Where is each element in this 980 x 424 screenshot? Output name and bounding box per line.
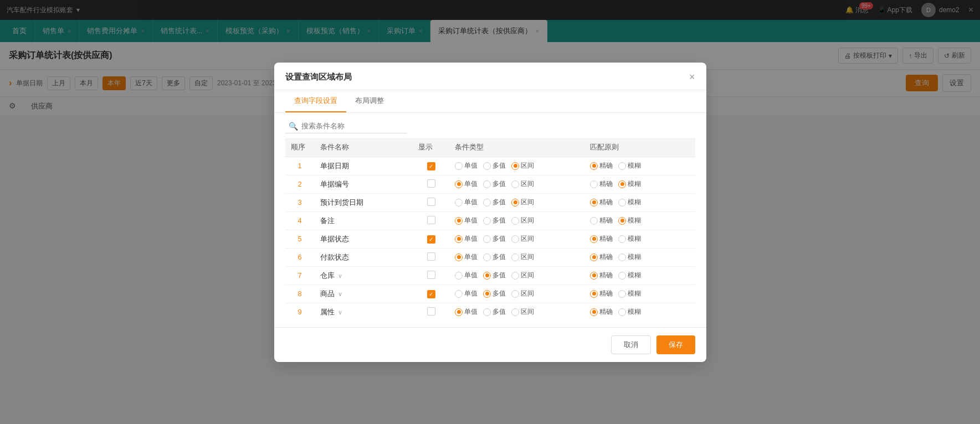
dialog-tab-fields[interactable]: 查询字段设置 [285,90,346,112]
dialog-tab-layout[interactable]: 布局调整 [346,90,393,112]
dialog-search-area: 🔍 [274,113,706,117]
dialog-close-button[interactable]: × [689,71,695,83]
settings-dialog: 设置查询区域布局 × 查询字段设置 布局调整 🔍 顺序 条件名称 [274,63,706,117]
dialog-title: 设置查询区域布局 [285,72,352,82]
dialog-tabs: 查询字段设置 布局调整 [274,90,706,113]
dialog-header: 设置查询区域布局 × [274,63,706,90]
modal-overlay: 设置查询区域布局 × 查询字段设置 布局调整 🔍 顺序 条件名称 [0,0,980,116]
